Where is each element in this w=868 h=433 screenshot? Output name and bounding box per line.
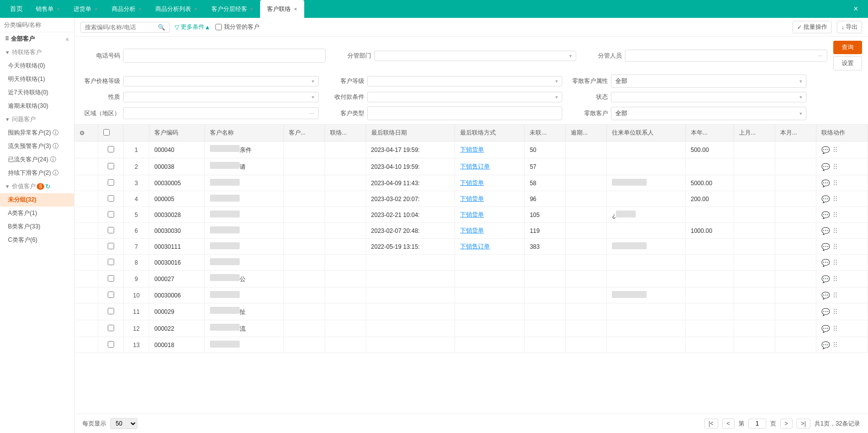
chat-icon[interactable]: 💬 [821,227,830,235]
chat-icon[interactable]: 💬 [821,291,830,299]
window-close-button[interactable]: × [848,4,864,13]
last-method-link[interactable]: 下销货单 [460,146,484,153]
last-method-link[interactable]: 下销售订单 [460,163,490,170]
next-page-button[interactable]: > [780,419,793,429]
batch-operations-button[interactable]: ✓ 批量操作 [793,21,832,33]
last-method-link[interactable]: 下销货单 [460,179,484,186]
col-settings[interactable]: ⚙ [74,125,98,142]
chat-icon[interactable]: 💬 [821,275,830,283]
cell-check[interactable] [98,223,124,239]
sidebar-item-abnormal[interactable]: 囤购异常客户(2) ⓘ [0,126,74,140]
grid-action-icon[interactable]: ⠿ [833,308,838,316]
settings-icon[interactable]: ⚙ [79,130,85,137]
nature-select[interactable]: ▾ [123,92,319,102]
sidebar-item-class-c[interactable]: C类客户(6) [0,233,74,247]
more-filters-button[interactable]: ▽ 更多条件 ▲ [175,23,210,31]
grid-action-icon[interactable]: ⠿ [833,146,838,154]
last-method-link[interactable]: 下销货单 [460,227,484,234]
close-purchase-tab[interactable]: × [94,6,97,12]
row-checkbox[interactable] [108,163,114,169]
retail-attr-select[interactable]: 全部 ▾ [611,74,806,88]
grid-action-icon[interactable]: ⠿ [833,341,838,349]
refresh-icon[interactable]: ↻ [45,183,51,190]
sidebar-all-customers[interactable]: ⠿ 全部客户 « [0,32,74,46]
sidebar-search-input[interactable] [4,21,74,28]
customer-grade-select[interactable]: ▾ [367,76,563,86]
phone-input[interactable] [123,49,326,63]
grid-action-icon[interactable]: ⠿ [833,325,838,333]
chat-icon[interactable]: 💬 [821,308,830,316]
cell-check[interactable] [98,303,124,320]
cell-check[interactable] [98,288,124,303]
tab-product-analysis[interactable]: 商品分析 × [105,0,148,18]
last-method-link[interactable]: 下销货单 [460,195,484,202]
cell-check[interactable] [98,191,124,207]
chat-icon[interactable]: 💬 [821,195,830,203]
chat-icon[interactable]: 💬 [821,341,830,349]
chat-icon[interactable]: 💬 [821,163,830,171]
sidebar-item-declining[interactable]: 持续下滑客户(2) ⓘ [0,166,74,180]
cell-check[interactable] [98,271,124,288]
my-customers-checkbox[interactable] [215,24,222,30]
chat-icon[interactable]: 💬 [821,243,830,251]
export-button[interactable]: ↓ 导出 [837,21,862,33]
row-checkbox[interactable] [108,259,114,265]
reset-button[interactable]: 设置 [833,56,862,71]
row-checkbox[interactable] [108,195,114,202]
sidebar-item-churned[interactable]: 已流失客户(24) ⓘ [0,153,74,166]
retail-customer-select[interactable]: 全部 ▾ [611,107,806,120]
grid-action-icon[interactable]: ⠿ [833,195,838,203]
sidebar-item-ungroup[interactable]: 未分组(32) [0,193,74,207]
chat-icon[interactable]: 💬 [821,259,830,267]
tab-customer-contact[interactable]: 客户联络 × [260,0,304,18]
payment-select[interactable]: ▾ [367,92,563,102]
chat-icon[interactable]: 💬 [821,146,830,154]
cell-check[interactable] [98,158,124,175]
close-product-analysis-tab[interactable]: × [138,6,141,12]
close-product-list-tab[interactable]: × [194,6,197,12]
grid-action-icon[interactable]: ⠿ [833,179,838,187]
chat-icon[interactable]: 💬 [821,179,830,187]
cell-check[interactable] [98,142,124,158]
grid-action-icon[interactable]: ⠿ [833,275,838,283]
close-customer-layer-tab[interactable]: × [250,6,253,12]
query-button[interactable]: 查询 [833,41,862,54]
sidebar-item-class-a[interactable]: A类客户(1) [0,207,74,220]
sidebar-item-tomorrow[interactable]: 明天待联络(1) [0,72,74,86]
row-checkbox[interactable] [108,341,114,348]
row-checkbox[interactable] [108,275,114,282]
col-check-all[interactable] [98,125,124,142]
cell-check[interactable] [98,320,124,337]
first-page-button[interactable]: |< [704,419,718,429]
close-customer-contact-tab[interactable]: × [294,6,297,12]
region-input[interactable]: ··· [123,107,319,119]
page-number-input[interactable] [748,419,766,429]
sidebar-collapse-icon[interactable]: « [66,36,69,43]
tab-purchase[interactable]: 进货单 × [67,0,104,18]
sidebar-group-pending[interactable]: ▼ 待联络客户 [0,46,74,59]
grid-action-icon[interactable]: ⠿ [833,243,838,251]
row-checkbox[interactable] [108,243,114,249]
chat-icon[interactable]: 💬 [821,325,830,333]
tab-customer-layer[interactable]: 客户分层经客 × [204,0,260,18]
main-search-input[interactable] [85,24,158,31]
sidebar-item-today[interactable]: 今天待联络(0) [0,59,74,72]
close-sales-tab[interactable]: × [57,6,60,12]
cell-check[interactable] [98,239,124,255]
cell-check[interactable] [98,255,124,271]
row-checkbox[interactable] [108,146,114,152]
row-checkbox[interactable] [108,291,114,298]
grid-action-icon[interactable]: ⠿ [833,163,838,171]
main-search-icon[interactable]: 🔍 [158,24,165,31]
customer-type-input[interactable] [367,106,563,120]
last-page-button[interactable]: >| [797,419,810,429]
sidebar-item-7days[interactable]: 近7天待联络(0) [0,86,74,99]
row-checkbox[interactable] [108,179,114,186]
cell-check[interactable] [98,337,124,353]
cell-check[interactable] [98,175,124,191]
manager-input[interactable]: ··· [625,50,827,62]
chat-icon[interactable]: 💬 [821,211,830,219]
row-checkbox[interactable] [108,308,114,314]
sidebar-group-value[interactable]: ▼ 价值客户 8 ↻ [0,180,74,193]
grid-action-icon[interactable]: ⠿ [833,227,838,235]
